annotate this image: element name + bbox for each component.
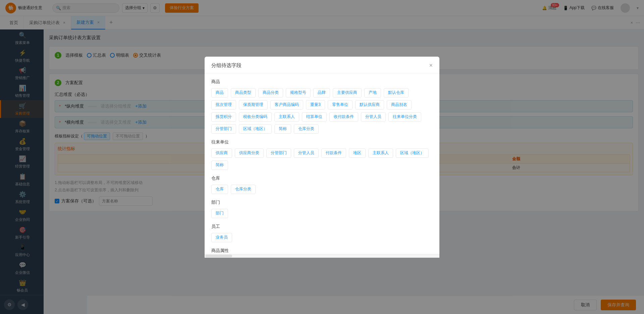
field-tag[interactable]: 区域（地区）: [396, 148, 429, 158]
field-tag[interactable]: 简称: [274, 124, 291, 134]
field-tag[interactable]: 商品类型: [231, 88, 256, 98]
field-tag[interactable]: 产地: [364, 88, 381, 98]
warehouse-field-grid: 仓库仓库分类: [211, 185, 433, 194]
field-tag[interactable]: 批次管理: [211, 100, 236, 110]
goods-field-grid: 商品商品类型商品分类规格型号品牌主要供应商产地默认仓库批次管理保质期管理客户商品…: [211, 88, 433, 134]
goods-section: 商品 商品商品类型商品分类规格型号品牌主要供应商产地默认仓库批次管理保质期管理客…: [211, 79, 433, 134]
field-tag[interactable]: 仓库分类: [231, 185, 256, 194]
warehouse-section: 仓库 仓库仓库分类: [211, 175, 433, 194]
modal-title: 分组待选字段: [211, 62, 241, 69]
field-tag[interactable]: 收付款条件: [329, 112, 358, 122]
field-tag[interactable]: 商品分类: [258, 88, 283, 98]
field-tag[interactable]: 主联系人: [368, 148, 393, 158]
field-tag[interactable]: 分管部门: [211, 124, 236, 134]
employee-field-grid: 业务员: [211, 233, 433, 242]
field-tag[interactable]: 规格型号: [286, 88, 311, 98]
employee-section-title: 员工: [211, 224, 433, 230]
field-tag[interactable]: 供应商: [211, 148, 232, 158]
modal-overlay: 分组待选字段 × 商品 商品商品类型商品分类规格型号品牌主要供应商产地默认仓库批…: [0, 0, 644, 314]
field-tag[interactable]: 往来单位分类: [388, 112, 421, 122]
field-tag[interactable]: 分管部门: [266, 148, 291, 158]
field-tag[interactable]: 拣货积分: [211, 112, 236, 122]
field-tag[interactable]: 零售单位: [328, 100, 353, 110]
field-select-modal: 分组待选字段 × 商品 商品商品类型商品分类规格型号品牌主要供应商产地默认仓库批…: [205, 57, 439, 258]
department-section: 部门 部门: [211, 199, 433, 218]
field-tag[interactable]: 付款条件: [321, 148, 346, 158]
field-tag[interactable]: 保质期管理: [239, 100, 268, 110]
field-tag[interactable]: 品牌: [313, 88, 330, 98]
partner-field-grid: 供应商供应商分类分管部门分管人员付款条件地区主联系人区域（地区）简称: [211, 148, 433, 170]
field-tag[interactable]: 主要供应商: [333, 88, 362, 98]
partner-section: 往来单位 供应商供应商分类分管部门分管人员付款条件地区主联系人区域（地区）简称: [211, 139, 433, 170]
field-tag[interactable]: 税收分类编码: [239, 112, 272, 122]
modal-scrollbar[interactable]: [205, 254, 439, 258]
field-tag[interactable]: 商品别名: [387, 100, 412, 110]
modal-header: 分组待选字段 ×: [205, 57, 439, 73]
product-attr-section: 商品属性 属性颜色多规格尺码鞋码1: [211, 248, 433, 254]
field-tag[interactable]: 仓库: [211, 185, 228, 194]
field-tag[interactable]: 部门: [211, 209, 228, 218]
field-tag[interactable]: 区域（地区）: [239, 124, 272, 134]
field-tag[interactable]: 重量3: [306, 100, 325, 110]
modal-body: 商品 商品商品类型商品分类规格型号品牌主要供应商产地默认仓库批次管理保质期管理客…: [205, 73, 439, 254]
field-tag[interactable]: 商品: [211, 88, 228, 98]
goods-section-title: 商品: [211, 79, 433, 85]
field-tag[interactable]: 客户商品编码: [270, 100, 303, 110]
partner-section-title: 往来单位: [211, 139, 433, 145]
field-tag[interactable]: 分管人员: [294, 148, 319, 158]
employee-section: 员工 业务员: [211, 224, 433, 242]
department-field-grid: 部门: [211, 209, 433, 218]
department-section-title: 部门: [211, 199, 433, 205]
modal-scrollbar-thumb: [205, 255, 232, 257]
field-tag[interactable]: 结算单位: [302, 112, 327, 122]
field-tag[interactable]: 主联系人: [274, 112, 299, 122]
warehouse-section-title: 仓库: [211, 175, 433, 181]
field-tag[interactable]: 业务员: [211, 233, 232, 242]
field-tag[interactable]: 默认供应商: [355, 100, 384, 110]
field-tag[interactable]: 地区: [349, 148, 366, 158]
field-tag[interactable]: 分管人员: [361, 112, 386, 122]
field-tag[interactable]: 默认仓库: [384, 88, 409, 98]
modal-close-btn[interactable]: ×: [429, 62, 433, 69]
field-tag[interactable]: 简称: [211, 161, 228, 170]
product-attr-section-title: 商品属性: [211, 248, 433, 254]
field-tag[interactable]: 供应商分类: [235, 148, 264, 158]
field-tag[interactable]: 仓库分类: [294, 124, 319, 134]
